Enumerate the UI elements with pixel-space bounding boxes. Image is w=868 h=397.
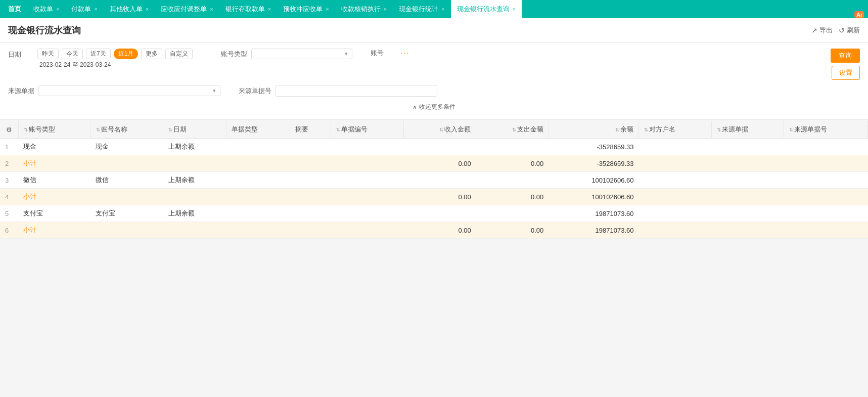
table-cell <box>290 222 331 239</box>
date-btn-7days[interactable]: 近7天 <box>86 49 111 59</box>
table-cell <box>226 222 290 239</box>
col-balance[interactable]: ⇅余额 <box>549 121 638 139</box>
date-btn-yesterday[interactable]: 昨天 <box>37 49 59 59</box>
close-bank-deposit-icon[interactable]: × <box>268 6 271 12</box>
sort-icon-source-doc-no: ⇅ <box>789 127 793 133</box>
ai-badge[interactable]: Ai <box>854 11 864 18</box>
table-cell <box>639 205 711 222</box>
date-range: 2023-02-24 至 2023-03-24 <box>39 61 193 69</box>
col-date[interactable]: ⇅日期 <box>163 121 226 139</box>
table-cell: 5 <box>0 205 18 222</box>
close-receipt-verify-icon[interactable]: × <box>384 6 387 12</box>
nav-item-receipt[interactable]: 收款单 × <box>27 0 65 18</box>
table-cell: 0.00 <box>403 222 476 239</box>
export-button[interactable]: ↗ 导出 <box>811 26 833 35</box>
table-cell <box>639 222 711 239</box>
nav-label-receipt-verify: 收款核销执行 <box>341 5 381 14</box>
col-source-doc-no[interactable]: ⇅来源单据号 <box>784 121 867 139</box>
date-options: 昨天 今天 近7天 近1月 更多 自定义 <box>37 49 193 59</box>
collapse-bar[interactable]: ∧ 收起更多条件 <box>8 101 860 113</box>
table-cell <box>784 222 867 239</box>
table-cell: 1 <box>0 139 18 155</box>
col-counterparty[interactable]: ⇅对方户名 <box>639 121 711 139</box>
table-cell <box>226 205 290 222</box>
table-row[interactable]: 2小计0.000.00-3528659.33 <box>0 155 868 172</box>
table-row[interactable]: 5支付宝支付宝上期余额19871073.60 <box>0 205 868 222</box>
table-wrap: ⚙ ⇅账号类型 ⇅账号名称 ⇅日期 单据类型 摘要 ⇅单据编号 ⇅收入金额 <box>0 121 868 239</box>
table-cell <box>290 205 331 222</box>
col-account-name[interactable]: ⇅账号名称 <box>90 121 163 139</box>
sort-icon-counterparty: ⇅ <box>644 127 648 133</box>
gear-icon[interactable]: ⚙ <box>6 126 12 134</box>
table-cell <box>711 155 784 172</box>
table-row[interactable]: 4小计0.000.00100102606.60 <box>0 189 868 205</box>
sort-icon-income: ⇅ <box>439 127 443 133</box>
close-cash-bank-stat-icon[interactable]: × <box>441 6 444 12</box>
date-btn-today[interactable]: 今天 <box>62 49 83 59</box>
date-btn-custom[interactable]: 自定义 <box>165 49 193 59</box>
table-cell <box>331 222 403 239</box>
nav-item-payment[interactable]: 付款单 × <box>65 0 103 18</box>
nav-item-cash-bank-stat[interactable]: 现金银行统计 × <box>393 0 450 18</box>
query-button[interactable]: 查询 <box>831 49 860 63</box>
close-cash-bank-flow-icon[interactable]: × <box>513 6 516 12</box>
col-income[interactable]: ⇅收入金额 <box>403 121 476 139</box>
table-cell <box>639 172 711 189</box>
nav-label-other-income: 其他收入单 <box>110 5 143 14</box>
table-cell: 19871073.60 <box>549 222 638 239</box>
refresh-icon: ↺ <box>839 26 845 34</box>
nav-item-home[interactable]: 首页 <box>2 0 27 18</box>
col-expense[interactable]: ⇅支出金额 <box>476 121 549 139</box>
close-receipt-icon[interactable]: × <box>56 6 59 12</box>
table-cell <box>784 139 867 155</box>
account-dots[interactable]: ··· <box>400 49 409 58</box>
table-row[interactable]: 1现金现金上期余额-3528659.33 <box>0 139 868 155</box>
col-source-doc[interactable]: ⇅来源单据 <box>711 121 784 139</box>
nav-item-other-income[interactable]: 其他收入单 × <box>104 0 155 18</box>
col-doc-no[interactable]: ⇅单据编号 <box>331 121 403 139</box>
col-account-type[interactable]: ⇅账号类型 <box>18 121 90 139</box>
table-cell <box>90 155 163 172</box>
source-doc-arrow-icon: ▾ <box>213 87 216 94</box>
table-cell: 小计 <box>18 222 90 239</box>
table-row[interactable]: 3微信微信上期余额100102606.60 <box>0 172 868 189</box>
nav-label-ar-ap-adjust: 应收应付调整单 <box>161 5 207 14</box>
table-cell: 微信 <box>90 172 163 189</box>
source-doc-select[interactable]: ▾ <box>38 85 220 96</box>
table-body: 1现金现金上期余额-3528659.332小计0.000.00-3528659.… <box>0 139 868 239</box>
col-doc-type[interactable]: 单据类型 <box>226 121 290 139</box>
nav-item-bank-deposit[interactable]: 银行存取款单 × <box>219 0 277 18</box>
table-cell: 0.00 <box>476 189 549 205</box>
nav-label-payment: 付款单 <box>71 5 91 14</box>
close-other-income-icon[interactable]: × <box>146 6 149 12</box>
col-gear[interactable]: ⚙ <box>0 121 18 139</box>
refresh-button[interactable]: ↺ 刷新 <box>839 26 860 35</box>
nav-item-pre-receipt[interactable]: 预收冲应收单 × <box>277 0 335 18</box>
export-label: 导出 <box>819 26 833 35</box>
table-cell <box>331 155 403 172</box>
account-label: 账号 <box>371 49 396 58</box>
nav-item-receipt-verify[interactable]: 收款核销执行 × <box>335 0 393 18</box>
table-row[interactable]: 6小计0.000.0019871073.60 <box>0 222 868 239</box>
date-btn-1month[interactable]: 近1月 <box>114 49 139 59</box>
table-cell <box>784 172 867 189</box>
table-cell <box>290 189 331 205</box>
close-ar-ap-adjust-icon[interactable]: × <box>210 6 213 12</box>
table-cell: 小计 <box>18 189 90 205</box>
table-cell: -3528659.33 <box>549 139 638 155</box>
table-cell: 6 <box>0 222 18 239</box>
table-cell <box>403 205 476 222</box>
sort-icon-expense: ⇅ <box>512 127 516 133</box>
close-pre-receipt-icon[interactable]: × <box>326 6 329 12</box>
table-cell: 19871073.60 <box>549 205 638 222</box>
nav-item-cash-bank-flow[interactable]: 现金银行流水查询 × <box>451 0 522 18</box>
sort-icon-date: ⇅ <box>168 127 172 133</box>
col-summary[interactable]: 摘要 <box>290 121 331 139</box>
source-doc-no-input[interactable] <box>276 85 437 97</box>
account-type-select[interactable]: ▾ <box>251 49 352 59</box>
date-btn-more[interactable]: 更多 <box>141 49 162 59</box>
nav-item-ar-ap-adjust[interactable]: 应收应付调整单 × <box>155 0 219 18</box>
close-payment-icon[interactable]: × <box>94 6 97 12</box>
table-cell: 100102606.60 <box>549 172 638 189</box>
settings-button[interactable]: 设置 <box>832 66 860 80</box>
